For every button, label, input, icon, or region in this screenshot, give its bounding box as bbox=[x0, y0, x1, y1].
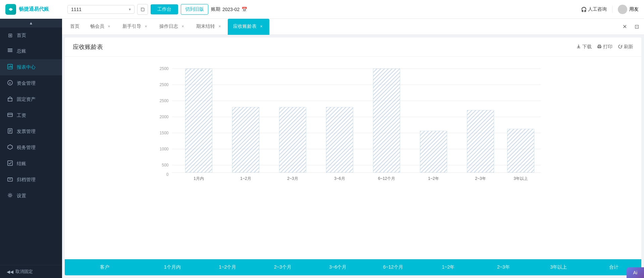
header-right: 🎧 人工咨询 用友 bbox=[581, 5, 639, 14]
headset-icon: 🎧 bbox=[581, 7, 587, 12]
invoice-icon bbox=[7, 128, 13, 135]
header: 畅捷通易代账 1111 ▾ 工作台 切到旧版 账期 2023-02 📅 🎧 人工… bbox=[0, 0, 644, 19]
svg-text:2500: 2500 bbox=[160, 82, 169, 87]
svg-text:6~12个月: 6~12个月 bbox=[378, 176, 395, 181]
tab-ar-close[interactable]: × bbox=[259, 24, 264, 29]
sidebar-item-invoice[interactable]: 发票管理 bbox=[0, 124, 62, 140]
tab-guide[interactable]: 新手引导 × bbox=[117, 19, 154, 35]
sidebar-scroll-up[interactable]: ▲ bbox=[0, 19, 62, 27]
cancel-fixed-button[interactable]: ◀◀ 取消固定 bbox=[0, 265, 62, 278]
sidebar-label-archive: 归档管理 bbox=[17, 177, 36, 183]
col-1-2year: 1~2年 bbox=[421, 264, 476, 270]
col-customer: 客户 bbox=[65, 264, 145, 270]
workbench-button[interactable]: 工作台 bbox=[151, 4, 178, 14]
sidebar-item-fund[interactable]: ¥ 资金管理 bbox=[0, 75, 62, 91]
checkout-icon bbox=[7, 160, 13, 167]
tab-home[interactable]: 首页 bbox=[65, 19, 85, 35]
sidebar-label-salary: 工资 bbox=[17, 113, 26, 119]
svg-rect-42 bbox=[185, 69, 212, 172]
svg-text:1月内: 1月内 bbox=[194, 176, 204, 181]
consult-button[interactable]: 🎧 人工咨询 bbox=[581, 6, 607, 12]
app-name: 畅捷通易代账 bbox=[19, 6, 49, 12]
tab-period-close[interactable]: × bbox=[217, 24, 222, 29]
calendar-icon[interactable]: 📅 bbox=[241, 7, 247, 12]
col-1-2month: 1~2个月 bbox=[200, 264, 255, 270]
sidebar-label-ledger: 总账 bbox=[17, 48, 26, 54]
sidebar-label-tax: 税务管理 bbox=[17, 145, 36, 151]
tab-member-close[interactable]: × bbox=[106, 24, 112, 29]
tax-icon bbox=[7, 144, 13, 151]
sidebar-item-salary[interactable]: 工资 bbox=[0, 108, 62, 124]
svg-text:¥: ¥ bbox=[9, 81, 11, 85]
page-header: 应收账龄表 下载 打印 bbox=[65, 38, 641, 57]
sidebar-item-tax[interactable]: 税务管理 bbox=[0, 140, 62, 156]
consult-label: 人工咨询 bbox=[588, 6, 607, 12]
sidebar-item-home[interactable]: ⊞ 首页 bbox=[0, 27, 62, 43]
ai-button[interactable]: Ai bbox=[627, 267, 644, 278]
sidebar-item-checkout[interactable]: 结账 bbox=[0, 156, 62, 172]
sidebar-item-report-center[interactable]: 报表中心 bbox=[0, 59, 62, 75]
assets-icon bbox=[7, 96, 13, 103]
tab-guide-close[interactable]: × bbox=[143, 24, 149, 29]
bar-chart: 2500 2500 2500 2000 1500 1000 500 0 bbox=[73, 62, 633, 189]
sidebar-label-fund: 资金管理 bbox=[17, 80, 36, 86]
tab-period-label: 期末结转 bbox=[196, 23, 215, 29]
sidebar-item-archive[interactable]: 归档管理 bbox=[0, 172, 62, 188]
period-label: 账期 bbox=[211, 6, 220, 12]
sidebar-label-home: 首页 bbox=[17, 32, 26, 39]
chart-area: 2500 2500 2500 2000 1500 1000 500 0 bbox=[65, 57, 641, 259]
user-area[interactable]: 用友 bbox=[618, 5, 639, 14]
version-button[interactable]: 切到旧版 bbox=[181, 4, 208, 15]
salary-icon bbox=[7, 112, 13, 119]
main-layout: ▲ ⊞ 首页 总账 报表中心 ¥ 资金管理 固定资产 bbox=[0, 19, 644, 278]
close-window-button[interactable]: ✕ bbox=[620, 22, 629, 31]
sidebar-bottom: ◀◀ 取消固定 bbox=[0, 265, 62, 278]
download-button[interactable]: 下载 bbox=[576, 44, 592, 50]
tab-ar-label: 应收账龄表 bbox=[233, 23, 257, 29]
dropdown-arrow-icon: ▾ bbox=[129, 7, 131, 12]
copy-button[interactable] bbox=[137, 4, 148, 15]
company-name: 1111 bbox=[71, 7, 82, 12]
svg-text:3~6月: 3~6月 bbox=[334, 176, 345, 181]
tab-oplog-label: 操作日志 bbox=[159, 23, 178, 29]
logo-area: 畅捷通易代账 bbox=[5, 4, 67, 15]
svg-rect-52 bbox=[420, 131, 447, 172]
svg-point-22 bbox=[9, 194, 11, 196]
fund-icon: ¥ bbox=[7, 80, 13, 87]
svg-text:1000: 1000 bbox=[160, 147, 169, 151]
svg-text:1~2月: 1~2月 bbox=[240, 176, 251, 181]
svg-rect-2 bbox=[8, 50, 12, 51]
col-1month: 1个月内 bbox=[145, 264, 200, 270]
tab-period-end[interactable]: 期末结转 × bbox=[191, 19, 228, 35]
svg-rect-46 bbox=[279, 107, 306, 172]
sidebar-label-assets: 固定资产 bbox=[17, 96, 36, 102]
refresh-button[interactable]: 刷新 bbox=[618, 44, 633, 50]
print-label: 打印 bbox=[603, 44, 612, 50]
tab-member[interactable]: 畅会员 × bbox=[85, 19, 117, 35]
svg-text:2~3年: 2~3年 bbox=[475, 176, 486, 181]
tab-ar-aging[interactable]: 应收账龄表 × bbox=[228, 19, 269, 35]
content-area: 首页 畅会员 × 新手引导 × 操作日志 × 期末结转 × 应收账龄表 × bbox=[62, 19, 644, 278]
report-icon bbox=[7, 64, 13, 71]
sidebar-item-settings[interactable]: 设置 bbox=[0, 188, 62, 204]
ai-label: Ai bbox=[633, 270, 637, 275]
sidebar-item-general-ledger[interactable]: 总账 bbox=[0, 43, 62, 59]
download-label: 下载 bbox=[582, 44, 592, 50]
expand-window-button[interactable]: ⊡ bbox=[632, 22, 641, 31]
refresh-label: 刷新 bbox=[624, 44, 633, 50]
company-selector[interactable]: 1111 ▾ bbox=[67, 5, 135, 14]
svg-rect-0 bbox=[141, 8, 144, 11]
tab-operation-log[interactable]: 操作日志 × bbox=[154, 19, 191, 35]
svg-rect-11 bbox=[8, 98, 12, 101]
archive-icon bbox=[7, 177, 13, 183]
tab-oplog-close[interactable]: × bbox=[180, 24, 185, 29]
settings-icon bbox=[7, 193, 13, 199]
ledger-icon bbox=[7, 48, 13, 55]
print-icon bbox=[597, 44, 602, 50]
svg-text:2~3月: 2~3月 bbox=[287, 176, 298, 181]
svg-rect-19 bbox=[8, 178, 12, 181]
print-button[interactable]: 打印 bbox=[597, 44, 612, 50]
page-actions: 下载 打印 刷新 bbox=[576, 44, 633, 50]
svg-text:2500: 2500 bbox=[160, 98, 169, 103]
sidebar-item-fixed-assets[interactable]: 固定资产 bbox=[0, 91, 62, 108]
